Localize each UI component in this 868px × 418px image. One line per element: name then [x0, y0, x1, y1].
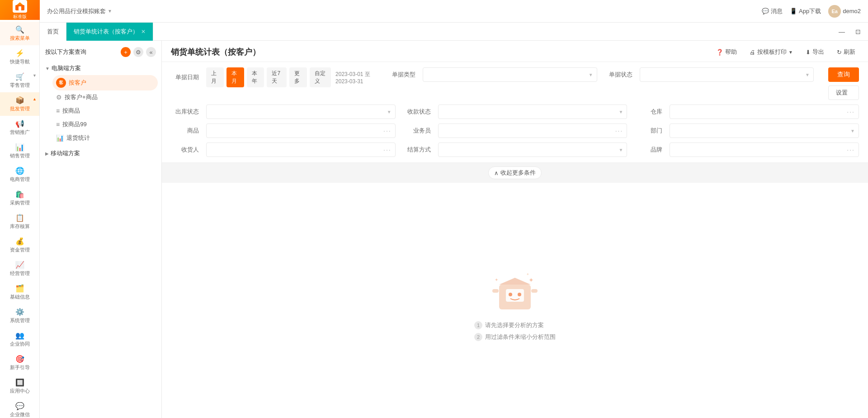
- left-panel-title: 按以下方案查询: [45, 48, 86, 56]
- username: demo2: [843, 8, 861, 14]
- tab-minimize-btn[interactable]: —: [835, 25, 848, 38]
- sidebar-item-guide[interactable]: 🎯 新手引导: [0, 351, 39, 375]
- export-btn[interactable]: ⬇ 导出: [802, 46, 828, 58]
- wholesale-icon: 📦: [15, 96, 24, 104]
- print-btn[interactable]: 🖨 按模板打印 ▼: [746, 46, 797, 58]
- message-btn[interactable]: 💬 消息: [762, 7, 783, 15]
- date-btn-custom[interactable]: 自定义: [310, 67, 331, 87]
- add-scheme-btn[interactable]: +: [121, 47, 131, 57]
- scheme-item-by-goods[interactable]: ≡ 按商品: [52, 104, 158, 118]
- mobile-section-header[interactable]: ▶ 移动端方案: [43, 147, 158, 160]
- sidebar-item-system[interactable]: ⚙️ 系统管理: [0, 304, 39, 328]
- tab-sales-stats[interactable]: 销货单统计表（按客户） ✕: [66, 23, 153, 41]
- export-icon: ⬇: [806, 49, 811, 56]
- date-btn-last-month[interactable]: 上月: [206, 67, 224, 87]
- query-button[interactable]: 查询: [828, 67, 859, 82]
- svg-point-6: [518, 293, 521, 296]
- payment-status-control[interactable]: ▼: [438, 104, 627, 119]
- date-btn-more[interactable]: 更多: [289, 67, 307, 87]
- sidebar-item-app-center-label: 应用中心: [10, 388, 30, 394]
- export-label: 导出: [812, 48, 824, 56]
- print-icon: 🖨: [750, 49, 755, 56]
- out-status-control[interactable]: ▼: [206, 104, 396, 119]
- date-btn-this-year[interactable]: 本年: [247, 67, 264, 87]
- sidebar-item-basic-label: 基础信息: [10, 294, 30, 300]
- sidebar-item-app-center[interactable]: 🔲 应用中心: [0, 375, 39, 398]
- doc-type-control[interactable]: ▼: [423, 67, 597, 82]
- sidebar-item-retail-label: 零售管理: [10, 82, 30, 89]
- tip-1-text: 请先选择要分析的方案: [485, 321, 544, 329]
- scheme-item-return-stats[interactable]: 📊 退货统计: [52, 131, 158, 145]
- account-dropdown-icon: ▼: [108, 9, 112, 14]
- sidebar-item-search[interactable]: 🔍 搜索菜单: [0, 22, 39, 45]
- date-btn-this-month[interactable]: 本月: [226, 67, 244, 87]
- tip-2-text: 用过滤条件来缩小分析范围: [485, 333, 556, 341]
- sidebar-item-marketing[interactable]: 📢 营销推广: [0, 116, 39, 139]
- sidebar-item-sales-mgmt[interactable]: 📊 销售管理: [0, 139, 39, 163]
- collapse-row: ∧ 收起更多条件: [162, 163, 868, 183]
- basic-icon: 🗂️: [15, 284, 24, 293]
- action-buttons: 查询 设置: [828, 67, 859, 100]
- by-goods-label: 按商品: [62, 107, 80, 115]
- sidebar-item-wholesale[interactable]: 📦 批发管理 ▲: [0, 92, 39, 116]
- warehouse-control[interactable]: ···: [670, 104, 859, 119]
- print-dropdown-icon: ▼: [788, 50, 793, 55]
- sidebar-item-wechat[interactable]: 💬 企业微信: [0, 398, 39, 418]
- tab-home[interactable]: 首页: [40, 23, 66, 41]
- scheme-item-by-customer[interactable]: 客 按客户: [52, 75, 158, 90]
- return-stats-icon: 📊: [56, 134, 64, 142]
- empty-tip-2: 2 用过滤条件来缩小分析范围: [474, 333, 556, 341]
- date-btn-last-7-days[interactable]: 近7天: [267, 67, 287, 87]
- salesperson-label: 业务员: [403, 127, 434, 135]
- tab-close-icon[interactable]: ✕: [141, 28, 146, 35]
- sidebar-item-basic[interactable]: 🗂️ 基础信息: [0, 280, 39, 304]
- sidebar-item-inventory[interactable]: 📋 库存核算: [0, 210, 39, 233]
- help-btn[interactable]: ❓ 帮助: [712, 46, 741, 58]
- sidebar-item-wholesale-label: 批发管理: [10, 105, 30, 112]
- sales-mgmt-icon: 📊: [15, 143, 24, 152]
- wechat-icon: 💬: [15, 402, 24, 410]
- sidebar-item-quick-nav[interactable]: ⚡ 快捷导航: [0, 45, 39, 69]
- sidebar-item-enterprise[interactable]: 👥 企业协同: [0, 328, 39, 351]
- quick-nav-icon: ⚡: [15, 49, 24, 57]
- inventory-icon: 📋: [15, 214, 24, 222]
- brand-label: 品牌: [634, 146, 666, 154]
- desktop-section-header[interactable]: ▼ 电脑端方案: [43, 62, 158, 75]
- brand-control[interactable]: ···: [670, 142, 859, 157]
- app-download-btn[interactable]: 📱 App下载: [790, 7, 821, 15]
- sidebar-item-sales-mgmt-label: 销售管理: [10, 152, 30, 159]
- sidebar-item-finance[interactable]: 💰 资金管理: [0, 233, 39, 257]
- message-label: 消息: [771, 7, 783, 15]
- svg-rect-7: [492, 289, 499, 293]
- sidebar-item-ecommerce[interactable]: 🌐 电商管理: [0, 163, 39, 186]
- refresh-btn[interactable]: ↻ 刷新: [833, 46, 859, 58]
- department-arrow: ▼: [850, 128, 855, 133]
- settings-button[interactable]: 设置: [828, 86, 859, 100]
- user-menu[interactable]: Ea demo2: [828, 5, 861, 18]
- collapse-btn[interactable]: ∧ 收起更多条件: [488, 166, 542, 179]
- topbar-right: 💬 消息 📱 App下载 Ea demo2: [762, 5, 861, 18]
- consignee-control[interactable]: ···: [206, 142, 396, 157]
- app-download-label: App下载: [799, 7, 821, 15]
- sidebar-item-purchase[interactable]: 🛍️ 采购管理: [0, 186, 39, 210]
- tab-maximize-btn[interactable]: ⊡: [852, 25, 864, 38]
- scheme-settings-btn[interactable]: ⚙: [133, 47, 143, 57]
- right-main: 销货单统计表（按客户） ❓ 帮助 🖨 按模板打印 ▼ ⬇ 导出: [162, 41, 868, 418]
- sidebar-nav: 🔍 搜索菜单 ⚡ 快捷导航 🛒 零售管理 ▼ 📦 批发管理 ▲ 📢 营销推广 📊…: [0, 20, 39, 418]
- enterprise-icon: 👥: [15, 331, 24, 340]
- out-status-label: 出库状态: [171, 108, 203, 116]
- doc-status-control[interactable]: ▼: [640, 67, 814, 82]
- account-selector[interactable]: 办公用品行业模拟账套 ▼: [47, 7, 112, 15]
- panel-collapse-btn[interactable]: «: [146, 47, 156, 57]
- doc-type-label: 单据类型: [387, 71, 419, 79]
- sidebar-item-operations[interactable]: 📈 经营管理: [0, 257, 39, 280]
- tip-1-num: 1: [474, 321, 482, 329]
- scheme-item-by-goods-99[interactable]: ≡ 按商品99: [52, 118, 158, 131]
- settlement-control[interactable]: ▼: [438, 142, 627, 157]
- department-control[interactable]: ▼: [670, 124, 859, 138]
- desktop-section-arrow: ▼: [45, 66, 50, 71]
- salesperson-control[interactable]: ···: [438, 124, 627, 138]
- goods-control[interactable]: ···: [206, 124, 396, 138]
- scheme-item-by-customer-goods[interactable]: ⚙ 按客户+商品: [52, 90, 158, 104]
- sidebar-item-retail[interactable]: 🛒 零售管理 ▼: [0, 69, 39, 92]
